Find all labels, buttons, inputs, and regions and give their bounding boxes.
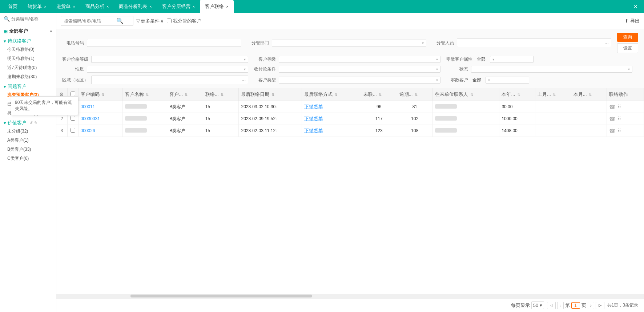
th-last-month-sort[interactable]: ⇅ <box>553 93 556 97</box>
row-checkbox-2[interactable] <box>71 116 75 121</box>
th-action-label: 联络动作 <box>609 92 628 97</box>
sidebar-item-overdue[interactable]: 逾期未联络(30) <box>0 72 56 81</box>
th-code-label: 客户编码 <box>81 92 100 97</box>
filter-status-cell: 状态 ▾ <box>446 66 638 73</box>
row-code-2[interactable]: 00030031 <box>78 113 122 125</box>
filter-dept-cell: 分管部门 ▾ <box>247 40 432 46</box>
page-next-btn[interactable]: › <box>588 302 594 309</box>
table-scrollbar[interactable] <box>56 294 644 298</box>
filter-customerlevel-select[interactable]: ▾ <box>279 56 440 63</box>
nav-tab-customer-contact[interactable]: 客户联络 × <box>200 0 233 13</box>
page-prev-btn[interactable]: ‹ <box>557 302 564 309</box>
filter-payment-arrow: ▾ <box>436 67 438 71</box>
sidebar-item-class-a[interactable]: A类客户(1) <box>0 136 56 145</box>
my-customers-checkbox[interactable] <box>167 19 172 23</box>
filter-manager-more[interactable]: ··· <box>604 40 609 46</box>
nav-tab-customer-tier-close[interactable]: × <box>193 4 195 9</box>
th-code-sort[interactable]: ⇅ <box>101 93 104 97</box>
sidebar-collapse-icon[interactable]: « <box>50 29 52 34</box>
filter-region-select[interactable]: ··· <box>91 76 248 84</box>
sidebar-item-today[interactable]: 今天待联络(0) <box>0 45 56 54</box>
nav-tab-analysis[interactable]: 商品分析 × <box>80 0 114 13</box>
settings-button[interactable]: 设置 <box>617 43 638 53</box>
sidebar-item-tomorrow[interactable]: 明天待联络(1) <box>0 54 56 63</box>
th-contacts-sort[interactable]: ⇅ <box>221 93 224 97</box>
row-contact-icon-2[interactable]: ☎ <box>609 116 615 122</box>
row-contact-icon-1[interactable]: ☎ <box>609 104 615 110</box>
filter-manager-select[interactable]: ··· <box>457 39 611 47</box>
page-first-btn[interactable]: ⊲ <box>547 302 556 309</box>
page-last-btn[interactable]: ⊳ <box>596 302 604 309</box>
nav-tab-analysis-list-close[interactable]: × <box>149 4 152 9</box>
page-size-box[interactable]: 50 ▾ <box>531 301 544 309</box>
query-button[interactable]: 查询 <box>617 33 638 42</box>
th-this-year-sort[interactable]: ⇅ <box>517 93 520 97</box>
sidebar-item-7days[interactable]: 近7天待联络(0) <box>0 63 56 72</box>
row-action-icons-2: ☎ ⠿ <box>609 116 641 122</box>
filter-customertype-select[interactable]: ▾ <box>279 77 440 84</box>
nav-home[interactable]: 首页 <box>3 0 23 13</box>
th-last-date-sort[interactable]: ⇅ <box>271 93 274 97</box>
filter-dept-select[interactable]: ▾ <box>272 40 426 46</box>
th-contacts-person: 往来单位联系人 ⇅ <box>433 88 499 101</box>
row-last-method-link-1[interactable]: 下销货单 <box>304 104 323 109</box>
nav-tab-customer-tier[interactable]: 客户分层经营 × <box>157 0 200 13</box>
filter-zeroattr-select[interactable]: ▾ <box>490 56 534 63</box>
nav-tab-salesorder[interactable]: 销货单 × <box>23 0 51 13</box>
more-conditions-label: 更多条件 <box>141 18 160 24</box>
problem-section-arrow: ▾ <box>4 84 6 89</box>
sidebar-section-pending[interactable]: ▾ 待联络客户 <box>0 36 56 45</box>
sidebar-all-customers[interactable]: ⊞ 全部客户 « <box>0 25 56 36</box>
search-button[interactable]: 🔍 <box>116 17 124 24</box>
row-more-icon-1[interactable]: ⠿ <box>617 104 621 110</box>
search-input[interactable] <box>64 19 115 24</box>
more-conditions-btn[interactable]: ▽ 更多条件 ∧ <box>136 18 164 24</box>
nav-tab-analysis-list[interactable]: 商品分析列表 × <box>114 0 157 13</box>
row-name-blurred-2 <box>125 116 147 121</box>
sidebar-search-icon: 🔍 <box>4 16 10 22</box>
filter-payment-select[interactable]: ▾ <box>279 66 440 73</box>
filter-phone-input[interactable] <box>87 39 241 47</box>
row-contact-icon-3[interactable]: ☎ <box>609 128 615 134</box>
row-more-icon-3[interactable]: ⠿ <box>617 128 621 134</box>
filter-nature-select[interactable]: ▾ <box>87 66 248 73</box>
sidebar-search-input[interactable] <box>11 16 56 21</box>
scroll-thumb[interactable] <box>130 295 312 297</box>
sidebar-item-unclassified[interactable]: 未分组(32) <box>0 127 56 136</box>
export-button[interactable]: ⬆ 导出 <box>625 18 640 24</box>
filter-region-more[interactable]: ··· <box>242 77 246 83</box>
sidebar: 🔍 ⊞ 全部客户 « ▾ 待联络客户 今天待联络(0) 明天待联络(1) 近7天… <box>0 13 56 312</box>
th-contacts-person-sort[interactable]: ⇅ <box>470 93 473 97</box>
th-this-month-sort[interactable]: ⇅ <box>589 93 592 97</box>
filter-actions: 查询 设置 <box>617 33 638 53</box>
sidebar-section-value[interactable]: ▾ 价值客户 ↺ ✎ <box>0 118 56 127</box>
sidebar-section-problem[interactable]: ▾ 问题客户 <box>0 81 56 90</box>
nav-tab-customer-contact-close[interactable]: × <box>226 4 228 9</box>
row-more-icon-2[interactable]: ⠿ <box>617 116 621 122</box>
filter-status-select[interactable]: ▾ <box>471 66 632 73</box>
filter-pricelevel-select[interactable]: ▾ <box>91 56 248 63</box>
th-last-method-sort[interactable]: ⇅ <box>334 93 337 97</box>
nav-tab-purchaseorder[interactable]: 进货单 × <box>51 0 80 13</box>
th-no-contact-sort[interactable]: ⇅ <box>379 93 382 97</box>
refresh-icon[interactable]: ↺ <box>29 121 33 125</box>
row-code-1[interactable]: 000011 <box>78 101 122 113</box>
window-close-button[interactable]: × <box>630 3 641 11</box>
th-type-sort[interactable]: ⇅ <box>185 93 188 97</box>
nav-tab-purchaseorder-close[interactable]: × <box>73 4 75 9</box>
th-name-sort[interactable]: ⇅ <box>146 93 149 97</box>
my-customers-checkbox-wrap: 我分管的客户 <box>167 18 201 24</box>
th-this-year-label: 本年... <box>502 92 515 97</box>
row-checkbox-3[interactable] <box>71 128 75 133</box>
edit-icon[interactable]: ✎ <box>34 121 37 125</box>
filter-zerocustomer-select[interactable]: ▾ <box>486 77 529 84</box>
row-code-3[interactable]: 000026 <box>78 125 122 137</box>
row-last-method-link-3[interactable]: 下销货单 <box>304 128 323 133</box>
sidebar-item-class-c[interactable]: C类客户(6) <box>0 154 56 163</box>
sidebar-item-class-b[interactable]: B类客户(33) <box>0 145 56 154</box>
nav-tab-salesorder-close[interactable]: × <box>44 4 46 9</box>
select-all-checkbox[interactable] <box>71 92 75 96</box>
th-overdue-sort[interactable]: ⇅ <box>415 93 418 97</box>
row-last-method-link-2[interactable]: 下销货单 <box>304 116 323 121</box>
nav-tab-analysis-close[interactable]: × <box>106 4 109 9</box>
